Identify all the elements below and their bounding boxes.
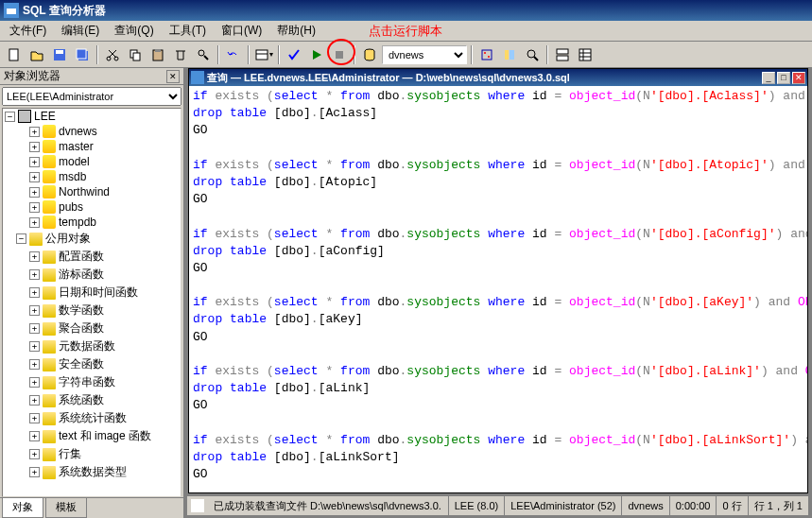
expand-icon[interactable]: + xyxy=(29,305,40,316)
menu-edit[interactable]: 编辑(E) xyxy=(54,21,107,41)
expand-icon[interactable]: + xyxy=(29,341,40,352)
separator xyxy=(546,45,548,64)
expand-icon[interactable]: + xyxy=(29,449,40,459)
expand-icon[interactable]: + xyxy=(29,467,40,477)
minimize-button[interactable]: _ xyxy=(762,72,775,84)
database-icon xyxy=(43,140,56,153)
expand-icon[interactable]: + xyxy=(29,269,40,280)
expand-icon[interactable]: + xyxy=(29,157,40,167)
folder-icon xyxy=(43,250,56,264)
stop-button[interactable] xyxy=(329,44,350,65)
tree-label: dvnews xyxy=(59,125,97,138)
tree-database-node[interactable]: +dvnews xyxy=(3,124,181,139)
collapse-icon[interactable]: − xyxy=(5,112,15,122)
tree-folder-node[interactable]: +系统函数 xyxy=(3,391,181,409)
show-results-button[interactable] xyxy=(552,44,573,65)
tree-label: msdb xyxy=(59,170,86,183)
tab-templates[interactable]: 模板 xyxy=(45,498,87,518)
find-button[interactable] xyxy=(193,44,214,65)
tree-folder-node[interactable]: +元数据函数 xyxy=(3,337,181,355)
expand-icon[interactable]: + xyxy=(29,431,40,441)
expand-icon[interactable]: + xyxy=(29,127,40,137)
tree-folder-node[interactable]: +数学函数 xyxy=(3,302,181,319)
expand-icon[interactable]: + xyxy=(29,172,40,182)
svg-point-20 xyxy=(484,52,486,54)
tree-folder-node[interactable]: +聚合函数 xyxy=(3,319,181,337)
svg-rect-6 xyxy=(77,49,86,59)
object-search-button[interactable] xyxy=(522,44,543,65)
tree-folder-node[interactable]: +字符串函数 xyxy=(3,373,181,391)
menu-file[interactable]: 文件(F) xyxy=(2,21,54,41)
folder-icon xyxy=(43,376,56,389)
database-icon xyxy=(43,155,56,168)
results-grid-button[interactable] xyxy=(575,44,596,65)
tree-database-node[interactable]: +tempdb xyxy=(3,215,181,230)
expand-icon[interactable]: + xyxy=(29,323,40,334)
copy-button[interactable] xyxy=(125,44,146,65)
tree-folder-node[interactable]: +行集 xyxy=(3,445,181,463)
expand-icon[interactable]: + xyxy=(29,217,40,228)
object-browser: 对象浏览器 ✕ LEE(LEE\Administrator − LEE +dvn… xyxy=(0,68,184,518)
tree-folder-node[interactable]: +text 和 image 函数 xyxy=(3,427,181,445)
tree-database-node[interactable]: +pubs xyxy=(3,199,181,215)
tree-database-node[interactable]: +msdb xyxy=(3,169,181,184)
execute-mode-button[interactable]: ▾ xyxy=(253,44,274,65)
new-button[interactable] xyxy=(4,44,25,65)
undo-button[interactable] xyxy=(223,44,244,65)
tree-folder-node[interactable]: +系统数据类型 xyxy=(3,463,181,481)
menu-help[interactable]: 帮助(H) xyxy=(269,21,323,41)
server-combo[interactable]: LEE(LEE\Administrator xyxy=(2,87,181,106)
folder-icon xyxy=(43,430,56,443)
expand-icon[interactable]: + xyxy=(29,287,40,298)
app-icon xyxy=(4,3,19,18)
parse-button[interactable] xyxy=(284,44,304,65)
menu-query[interactable]: 查询(Q) xyxy=(107,21,161,41)
open-button[interactable] xyxy=(26,44,47,65)
paste-button[interactable] xyxy=(147,44,168,65)
maximize-button[interactable]: □ xyxy=(777,72,790,84)
estimated-plan-button[interactable] xyxy=(476,44,497,65)
expand-icon[interactable]: + xyxy=(29,202,40,213)
object-browser-button[interactable] xyxy=(499,44,520,65)
tab-objects[interactable]: 对象 xyxy=(2,498,43,518)
close-button[interactable]: ✕ xyxy=(792,72,805,84)
db-icon xyxy=(359,44,380,65)
tree-folder-node[interactable]: +游标函数 xyxy=(3,266,181,284)
tree-folder-node[interactable]: +系统统计函数 xyxy=(3,409,181,427)
tree-database-node[interactable]: +master xyxy=(3,139,181,154)
query-window-titlebar[interactable]: 查询 — LEE.dvnews.LEE\Administrator — D:\w… xyxy=(189,69,807,86)
object-browser-close-button[interactable]: ✕ xyxy=(166,70,180,83)
collapse-icon[interactable]: − xyxy=(16,233,26,244)
separator xyxy=(471,45,473,64)
expand-icon[interactable]: + xyxy=(29,359,40,370)
expand-icon[interactable]: + xyxy=(29,413,40,423)
expand-icon[interactable]: + xyxy=(29,251,40,262)
status-server: LEE (8.0) xyxy=(449,496,505,515)
separator xyxy=(217,45,219,64)
database-combo[interactable]: dvnews xyxy=(382,45,467,64)
tree-label: 日期和时间函数 xyxy=(59,285,138,301)
separator xyxy=(354,45,355,64)
expand-icon[interactable]: + xyxy=(29,142,40,152)
expand-icon[interactable]: + xyxy=(29,377,40,388)
tree-folder-node[interactable]: +日期和时间函数 xyxy=(3,284,181,302)
tree-database-node[interactable]: +Northwind xyxy=(3,184,181,199)
tree-common-objects[interactable]: − 公用对象 xyxy=(3,230,181,248)
status-user: LEE\Administrator (52) xyxy=(505,496,622,515)
save-all-button[interactable] xyxy=(72,44,93,65)
save-button[interactable] xyxy=(49,44,70,65)
sql-editor[interactable]: if exists (select * from dbo.sysobjects … xyxy=(189,86,807,492)
expand-icon[interactable]: + xyxy=(29,395,40,406)
tree-server-node[interactable]: − LEE xyxy=(3,109,181,124)
execute-button[interactable] xyxy=(306,44,327,65)
expand-icon[interactable]: + xyxy=(29,187,40,198)
object-tree[interactable]: − LEE +dvnews+master+model+msdb+Northwin… xyxy=(2,108,181,497)
tree-folder-node[interactable]: +配置函数 xyxy=(3,248,181,266)
tree-folder-node[interactable]: +安全函数 xyxy=(3,355,181,373)
folder-icon xyxy=(43,340,56,354)
clear-button[interactable] xyxy=(170,44,191,65)
tree-database-node[interactable]: +model xyxy=(3,154,181,169)
cut-button[interactable] xyxy=(102,44,123,65)
menu-tools[interactable]: 工具(T) xyxy=(162,21,214,41)
menu-window[interactable]: 窗口(W) xyxy=(214,21,269,41)
